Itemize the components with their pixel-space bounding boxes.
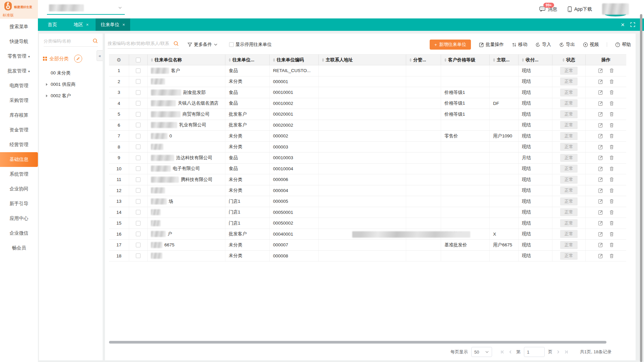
- col-header-code[interactable]: 往来单位编码: [270, 55, 319, 65]
- sort-icon[interactable]: [229, 58, 231, 62]
- edit-row-button[interactable]: [598, 101, 603, 106]
- delete-row-button[interactable]: [609, 177, 614, 182]
- sidebar-item[interactable]: 资金管理: [0, 123, 38, 137]
- table-row[interactable]: 11腾科技有限公司未分类000006现结正常: [109, 174, 626, 185]
- category-tree-item[interactable]: 00 未分类: [39, 69, 103, 77]
- edit-row-button[interactable]: [598, 177, 603, 182]
- per-page-select[interactable]: 50: [471, 347, 492, 357]
- page-number-input[interactable]: [524, 350, 544, 355]
- export-button[interactable]: 导出: [559, 42, 575, 48]
- row-checkbox[interactable]: [136, 144, 141, 149]
- search-icon[interactable]: [93, 38, 98, 44]
- sidebar-item[interactable]: 搜索菜单: [0, 19, 38, 34]
- table-row[interactable]: 5商贸有限公司批发客户00020001价格等级1现结正常: [109, 109, 626, 120]
- row-checkbox[interactable]: [136, 90, 141, 95]
- batch-actions-button[interactable]: 批量操作: [479, 42, 504, 48]
- sort-icon[interactable]: [322, 58, 324, 62]
- sidebar-item[interactable]: 零售管理▼: [0, 49, 38, 64]
- edit-row-button[interactable]: [598, 221, 603, 226]
- edit-row-button[interactable]: [598, 199, 603, 204]
- row-checkbox[interactable]: [136, 188, 141, 193]
- table-row[interactable]: 16户批发客户00040001价格等级4X现结正常: [109, 229, 626, 240]
- row-checkbox[interactable]: [136, 253, 141, 258]
- sort-icon[interactable]: [151, 58, 153, 62]
- sidebar-item[interactable]: 基础信息: [0, 152, 38, 167]
- close-icon[interactable]: ×: [621, 21, 625, 28]
- col-header-address[interactable]: 主联系人地址: [319, 55, 406, 65]
- sort-icon[interactable]: [410, 58, 412, 62]
- tab-active[interactable]: 往来单位×: [96, 18, 130, 31]
- table-row[interactable]: 176675未分类000007基准批发价用户6675现结正常: [109, 240, 626, 251]
- col-header-price-level[interactable]: 客户价格等级: [441, 55, 490, 65]
- table-row[interactable]: 2未分类000001现结正常: [109, 76, 626, 87]
- row-checkbox[interactable]: [136, 166, 141, 171]
- table-row[interactable]: 4关镇八达名烟名酒店食品00010002价格等级1DF现结正常: [109, 98, 626, 109]
- delete-row-button[interactable]: [609, 221, 614, 226]
- row-checkbox[interactable]: [136, 199, 141, 204]
- edit-row-button[interactable]: [598, 155, 603, 160]
- account-selector[interactable]: [47, 3, 125, 15]
- sidebar-item[interactable]: 经营管理: [0, 137, 38, 152]
- delete-row-button[interactable]: [609, 79, 614, 84]
- move-button[interactable]: 移动: [512, 42, 527, 48]
- category-tree-item[interactable]: 0002 客户: [39, 92, 103, 100]
- edit-row-button[interactable]: [598, 123, 603, 128]
- edit-category-button[interactable]: [74, 55, 82, 63]
- more-filters-button[interactable]: 更多条件: [187, 42, 218, 48]
- select-all-header[interactable]: [129, 55, 148, 65]
- table-row[interactable]: 8未分类000003现结正常: [109, 142, 626, 153]
- table-row[interactable]: 10电子有限公司食品00010004现结正常: [109, 164, 626, 175]
- prev-page-button[interactable]: [508, 350, 513, 354]
- edit-row-button[interactable]: [598, 166, 603, 171]
- delete-row-button[interactable]: [609, 101, 614, 106]
- sidebar-item[interactable]: 快捷导航: [0, 34, 38, 49]
- horizontal-scrollbar-thumb[interactable]: [109, 341, 606, 344]
- category-tree-item[interactable]: 0001 供应商: [39, 80, 103, 89]
- col-header-payment[interactable]: 收付...: [519, 55, 552, 65]
- delete-row-button[interactable]: [609, 90, 614, 95]
- search-icon[interactable]: [173, 41, 179, 46]
- table-row[interactable]: 12未分类000004现结正常: [109, 185, 626, 196]
- expand-arrow-icon[interactable]: [46, 95, 48, 97]
- row-checkbox[interactable]: [136, 79, 141, 84]
- sidebar-item[interactable]: 采购管理: [0, 93, 38, 108]
- sort-icon[interactable]: [562, 58, 565, 62]
- video-button[interactable]: 视频: [583, 42, 599, 48]
- vertical-scrollbar-thumb[interactable]: [640, 14, 642, 362]
- delete-row-button[interactable]: [609, 68, 614, 73]
- expand-arrow-icon[interactable]: [46, 83, 48, 86]
- table-row[interactable]: 3副食批发部食品00010001价格等级1现结正常: [109, 87, 626, 98]
- row-checkbox[interactable]: [136, 134, 141, 138]
- sidebar-item[interactable]: 新手引导: [0, 196, 38, 211]
- row-checkbox[interactable]: [136, 210, 141, 215]
- category-search-input[interactable]: [44, 39, 87, 44]
- row-checkbox[interactable]: [136, 177, 141, 182]
- user-avatar[interactable]: [602, 3, 629, 16]
- table-row[interactable]: 15门店100050002现结正常: [109, 218, 626, 229]
- row-checkbox[interactable]: [136, 243, 141, 247]
- col-header-contact[interactable]: 主联...: [490, 55, 519, 65]
- sidebar-item[interactable]: 库存核算: [0, 108, 38, 123]
- sidebar-item[interactable]: 畅会员: [0, 241, 38, 255]
- edit-row-button[interactable]: [598, 79, 603, 84]
- first-page-button[interactable]: [500, 350, 505, 354]
- row-checkbox[interactable]: [136, 221, 141, 226]
- edit-row-button[interactable]: [598, 144, 603, 149]
- list-search-input[interactable]: [108, 41, 173, 46]
- fullscreen-icon[interactable]: [630, 22, 635, 27]
- table-row[interactable]: 13场门店1000005现结正常: [109, 196, 626, 207]
- row-checkbox[interactable]: [136, 232, 141, 236]
- edit-row-button[interactable]: [598, 68, 603, 73]
- edit-row-button[interactable]: [598, 210, 603, 215]
- delete-row-button[interactable]: [609, 155, 614, 160]
- last-page-button[interactable]: [564, 350, 569, 354]
- delete-row-button[interactable]: [609, 242, 614, 247]
- tab-item[interactable]: 地区×: [67, 18, 96, 31]
- tab-close-icon[interactable]: ×: [122, 22, 125, 27]
- import-button[interactable]: 导入: [535, 42, 551, 48]
- delete-row-button[interactable]: [609, 188, 614, 193]
- sidebar-item[interactable]: 企业微信: [0, 226, 38, 241]
- delete-row-button[interactable]: [609, 253, 614, 258]
- sidebar-item[interactable]: 系统管理: [0, 167, 38, 182]
- delete-row-button[interactable]: [609, 144, 614, 149]
